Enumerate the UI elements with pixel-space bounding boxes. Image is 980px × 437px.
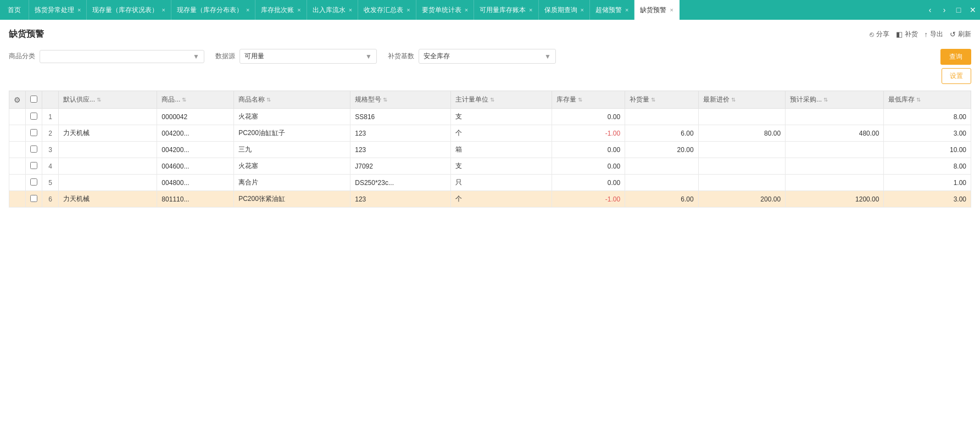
latest-price-header[interactable]: 最新进价 ⇅ <box>698 91 785 109</box>
category-filter-group: 商品分类 ▼ <box>9 50 204 63</box>
refresh-button[interactable]: ↺ 刷新 <box>950 30 971 39</box>
stock-sort[interactable]: 库存量 ⇅ <box>556 95 582 104</box>
category-select[interactable]: ▼ <box>40 50 204 63</box>
filter-right-buttons: 查询 设置 <box>940 49 971 84</box>
query-button[interactable]: 查询 <box>940 49 971 65</box>
row-checkbox[interactable] <box>30 113 37 120</box>
unit-header[interactable]: 主计量单位 ⇅ <box>451 91 552 109</box>
row-supplier <box>59 109 157 125</box>
est-purchase-label: 预计采购... <box>790 95 822 104</box>
product-name-header[interactable]: 商品名称 ⇅ <box>234 91 350 109</box>
default-supplier-header[interactable]: 默认供应... ⇅ <box>59 91 157 109</box>
tab-close-icon[interactable]: × <box>581 7 584 13</box>
tab-exception[interactable]: 拣货异常处理 × <box>29 0 87 20</box>
est-purchase-header[interactable]: 预计采购... ⇅ <box>786 91 884 109</box>
est-purchase-sort[interactable]: 预计采购... ⇅ <box>790 95 828 104</box>
min-stock-header[interactable]: 最低库存 ⇅ <box>884 91 971 109</box>
tab-close-icon[interactable]: × <box>246 7 249 13</box>
datasource-value: 可用量 <box>244 52 264 61</box>
default-supplier-label: 默认供应... <box>63 95 95 104</box>
row-est-purchase <box>786 142 884 158</box>
replenish-button[interactable]: ◧ 补货 <box>896 30 918 39</box>
row-checkbox[interactable] <box>30 145 37 153</box>
filter-container: 商品分类 ▼ 数据源 可用量 ▼ 补货基数 安全库存 ▼ <box>9 49 971 84</box>
row-checkbox[interactable] <box>30 129 37 136</box>
datasource-select[interactable]: 可用量 ▼ <box>240 49 377 64</box>
row-latest-price: 200.00 <box>698 191 785 208</box>
table-body: 1 0000042 火花塞 SS816 支 0.00 8.00 2 力天机械 0… <box>9 109 971 208</box>
spec-sort-icon: ⇅ <box>383 97 387 103</box>
spec-header[interactable]: 规格型号 ⇅ <box>350 91 451 109</box>
row-checkbox-cell[interactable] <box>26 191 42 208</box>
data-table: ⚙ 默认供应... ⇅ 商品... ⇅ <box>9 91 971 208</box>
tab-prev-btn[interactable]: ‹ <box>923 0 937 20</box>
num-header <box>42 91 59 109</box>
tab-overstock[interactable]: 超储预警 × <box>590 0 634 20</box>
min-stock-sort[interactable]: 最低库存 ⇅ <box>888 95 921 104</box>
row-checkbox[interactable] <box>30 178 37 186</box>
tab-collect-summary[interactable]: 收发存汇总表 × <box>358 0 416 20</box>
row-est-purchase <box>786 109 884 125</box>
replenish-sort[interactable]: 补货量 ⇅ <box>630 95 655 104</box>
row-checkbox-cell[interactable] <box>26 109 42 125</box>
gear-header[interactable]: ⚙ <box>9 91 26 109</box>
replenish-base-select[interactable]: 安全库存 ▼ <box>419 49 556 64</box>
tab-inventory-status[interactable]: 现存量（库存状况表） × <box>87 0 171 20</box>
refresh-label: 刷新 <box>958 30 971 39</box>
share-button[interactable]: ⎋ 分享 <box>870 30 889 39</box>
default-supplier-sort[interactable]: 默认供应... ⇅ <box>63 95 101 104</box>
tab-inout-flow[interactable]: 出入库流水 × <box>307 0 358 20</box>
tab-close-icon[interactable]: × <box>465 7 468 13</box>
unit-sort[interactable]: 主计量单位 ⇅ <box>455 95 494 104</box>
tab-available-ledger[interactable]: 可用量库存账本 × <box>474 0 538 20</box>
product-code-sort-icon: ⇅ <box>182 97 186 103</box>
tab-batch[interactable]: 库存批次账 × <box>255 0 307 20</box>
product-name-sort[interactable]: 商品名称 ⇅ <box>238 95 271 104</box>
row-supplier <box>59 175 157 191</box>
row-checkbox-cell[interactable] <box>26 125 42 142</box>
est-purchase-sort-icon: ⇅ <box>823 97 828 103</box>
row-checkbox-cell[interactable] <box>26 158 42 175</box>
table-row: 1 0000042 火花塞 SS816 支 0.00 8.00 <box>9 109 971 125</box>
row-latest-price: 80.00 <box>698 125 785 142</box>
tab-close-icon[interactable]: × <box>77 7 81 13</box>
tab-close-all-btn[interactable]: ✕ <box>966 0 980 20</box>
product-code-header[interactable]: 商品... ⇅ <box>157 91 234 109</box>
row-est-purchase <box>786 175 884 191</box>
stock-header[interactable]: 库存量 ⇅ <box>552 91 625 109</box>
tab-close-icon[interactable]: × <box>625 7 628 13</box>
row-latest-price <box>698 158 785 175</box>
product-code-sort[interactable]: 商品... ⇅ <box>162 95 186 104</box>
row-checkbox-cell[interactable] <box>26 142 42 158</box>
checkbox-header[interactable] <box>26 91 42 109</box>
tab-close-icon[interactable]: × <box>670 7 673 13</box>
replenish-header[interactable]: 补货量 ⇅ <box>625 91 698 109</box>
row-checkbox-cell[interactable] <box>26 175 42 191</box>
tab-shortage[interactable]: 缺货预警 × <box>634 0 679 20</box>
settings-button[interactable]: 设置 <box>942 68 971 84</box>
latest-price-sort[interactable]: 最新进价 ⇅ <box>703 95 736 104</box>
gear-icon[interactable]: ⚙ <box>14 96 21 104</box>
row-min-stock: 1.00 <box>884 175 971 191</box>
tab-label: 保质期查询 <box>544 5 577 15</box>
tab-inventory-dist[interactable]: 现存量（库存分布表） × <box>171 0 255 20</box>
tab-close-icon[interactable]: × <box>529 7 532 13</box>
row-checkbox[interactable] <box>30 162 37 169</box>
tab-close-icon[interactable]: × <box>407 7 410 13</box>
select-all-checkbox[interactable] <box>30 96 37 103</box>
tab-expiry-query[interactable]: 保质期查询 × <box>539 0 590 20</box>
tab-window-btn[interactable]: □ <box>951 0 966 20</box>
tab-close-icon[interactable]: × <box>297 7 300 13</box>
row-checkbox[interactable] <box>30 195 37 202</box>
export-button[interactable]: ↑ 导出 <box>925 30 944 39</box>
tab-close-icon[interactable]: × <box>349 7 352 13</box>
tab-order-stats[interactable]: 要货单统计表 × <box>416 0 474 20</box>
tab-label: 拣货异常处理 <box>35 5 74 15</box>
tab-label: 收发存汇总表 <box>364 5 403 15</box>
tab-label: 超储预警 <box>595 5 622 15</box>
tab-next-btn[interactable]: › <box>937 0 951 20</box>
row-min-stock: 8.00 <box>884 158 971 175</box>
tab-close-icon[interactable]: × <box>162 7 165 13</box>
tab-home[interactable]: 首页 <box>0 0 29 20</box>
spec-sort[interactable]: 规格型号 ⇅ <box>355 95 387 104</box>
